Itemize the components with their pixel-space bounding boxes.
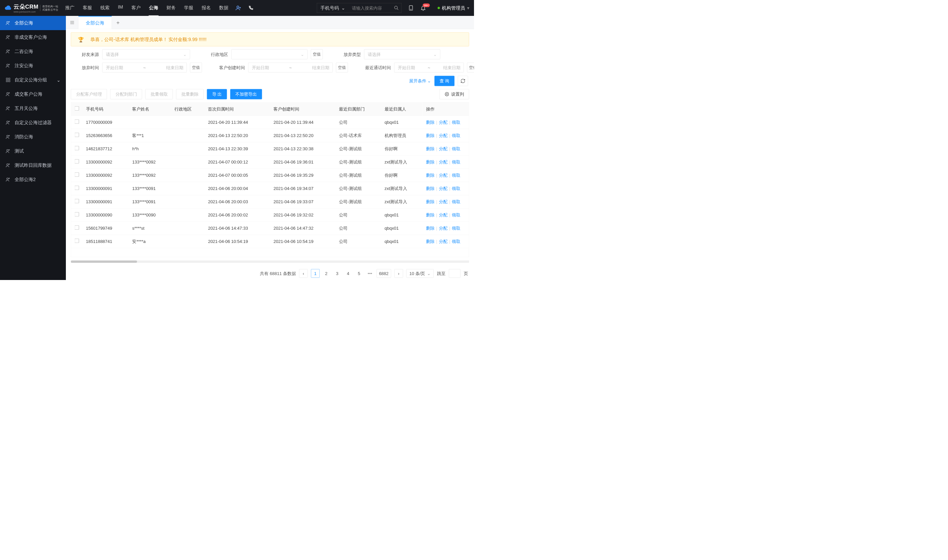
nav-item-公海[interactable]: 公海 [149, 0, 159, 16]
filter-abandon-time-empty[interactable]: 空值 [190, 63, 202, 72]
sidebar-item-3[interactable]: 注安公海 [0, 58, 66, 73]
search-type-select[interactable]: 手机号码 ⌄ [317, 3, 349, 13]
search-button[interactable] [392, 3, 402, 13]
row-assign-link[interactable]: 分配 [439, 212, 448, 217]
filter-create-time-empty[interactable]: 空值 [336, 63, 348, 72]
row-delete-link[interactable]: 删除 [426, 146, 435, 151]
pager-page-2[interactable]: 2 [322, 269, 331, 278]
sidebar-item-1[interactable]: 非成交客户公海 [0, 30, 66, 45]
search-input[interactable] [349, 3, 392, 13]
nav-item-客服[interactable]: 客服 [82, 0, 92, 16]
phone-icon[interactable] [248, 5, 254, 11]
nav-item-数据[interactable]: 数据 [219, 0, 229, 16]
nav-item-客户[interactable]: 客户 [131, 0, 141, 16]
filter-region-select[interactable]: ⌄ [231, 49, 308, 59]
filter-last-call-empty[interactable]: 空值 [467, 63, 474, 72]
row-delete-link[interactable]: 删除 [426, 239, 435, 244]
row-checkbox[interactable] [75, 186, 79, 190]
row-checkbox[interactable] [75, 146, 79, 150]
sidebar-item-6[interactable]: 五月天公海 [0, 101, 66, 115]
row-delete-link[interactable]: 删除 [426, 173, 435, 178]
sidebar-item-11[interactable]: 全部公海2 [0, 172, 66, 187]
row-claim-link[interactable]: 领取 [452, 133, 460, 138]
columns-settings-button[interactable]: 设置列 [440, 89, 469, 99]
nav-item-报名[interactable]: 报名 [201, 0, 211, 16]
sidebar-item-10[interactable]: 测试昨日回库数据 [0, 158, 66, 172]
row-delete-link[interactable]: 删除 [426, 212, 435, 217]
nav-item-IM[interactable]: IM [117, 0, 123, 16]
row-delete-link[interactable]: 删除 [426, 133, 435, 138]
pager-next[interactable]: › [394, 269, 403, 278]
row-assign-link[interactable]: 分配 [439, 226, 448, 231]
row-delete-link[interactable]: 删除 [426, 160, 435, 165]
nav-item-推广[interactable]: 推广 [65, 0, 75, 16]
row-claim-link[interactable]: 领取 [452, 146, 460, 151]
row-assign-link[interactable]: 分配 [439, 133, 448, 138]
pager-prev[interactable]: ‹ [299, 269, 308, 278]
row-claim-link[interactable]: 领取 [452, 120, 460, 125]
row-checkbox[interactable] [75, 225, 79, 230]
tab-add-button[interactable]: + [112, 16, 125, 29]
pager-jump-input[interactable] [449, 269, 460, 278]
refresh-button[interactable] [458, 76, 468, 86]
sidebar-item-4[interactable]: 自定义公海分组⌄ [0, 73, 66, 87]
batch-delete-button[interactable]: 批量删除 [176, 89, 203, 99]
filter-abandon-time-range[interactable]: 开始日期~结束日期 [102, 63, 187, 72]
assign-dept-button[interactable]: 分配到部门 [110, 89, 142, 99]
select-all-checkbox[interactable] [75, 106, 79, 111]
nav-item-财务[interactable]: 财务 [166, 0, 176, 16]
export-button[interactable]: 导 出 [207, 89, 227, 99]
row-claim-link[interactable]: 领取 [452, 226, 460, 231]
add-user-icon[interactable] [235, 5, 241, 11]
row-assign-link[interactable]: 分配 [439, 173, 448, 178]
pager-page-3[interactable]: 3 [333, 269, 342, 278]
pager-page-1[interactable]: 1 [311, 269, 320, 278]
row-assign-link[interactable]: 分配 [439, 199, 448, 204]
row-checkbox[interactable] [75, 120, 79, 124]
expand-filters-link[interactable]: 展开条件 ⌄ [409, 78, 431, 84]
nav-item-线索[interactable]: 线索 [100, 0, 110, 16]
row-checkbox[interactable] [75, 159, 79, 163]
pager-page-5[interactable]: 5 [355, 269, 363, 278]
tablet-icon[interactable] [408, 5, 414, 11]
pager-last[interactable]: 6882 [376, 269, 391, 278]
filter-region-empty[interactable]: 空值 [311, 49, 323, 59]
filter-last-call-range[interactable]: 开始日期~结束日期 [394, 63, 464, 72]
row-assign-link[interactable]: 分配 [439, 160, 448, 165]
nav-item-学服[interactable]: 学服 [184, 0, 194, 16]
row-claim-link[interactable]: 领取 [452, 160, 460, 165]
export-plain-button[interactable]: 不加密导出 [230, 89, 262, 99]
sidebar-item-9[interactable]: 测试 [0, 144, 66, 158]
row-claim-link[interactable]: 领取 [452, 212, 460, 217]
filter-source-select[interactable]: 请选择⌄ [102, 49, 190, 59]
row-delete-link[interactable]: 删除 [426, 186, 435, 191]
query-button[interactable]: 查 询 [434, 76, 454, 86]
tab-all-public-sea[interactable]: 全部公海 [78, 16, 112, 29]
user-menu[interactable]: 机构管理员 ▾ [438, 5, 469, 11]
assign-manager-button[interactable]: 分配客户经理 [71, 89, 107, 99]
row-checkbox[interactable] [75, 172, 79, 177]
row-checkbox[interactable] [75, 212, 79, 217]
notification-bell[interactable]: 99+ [420, 5, 426, 11]
filter-abandon-type-select[interactable]: 请选择⌄ [364, 49, 440, 59]
row-delete-link[interactable]: 删除 [426, 199, 435, 204]
sidebar-item-7[interactable]: 自定义公海过滤器 [0, 115, 66, 130]
row-claim-link[interactable]: 领取 [452, 199, 460, 204]
row-assign-link[interactable]: 分配 [439, 120, 448, 125]
horizontal-scrollbar[interactable] [71, 260, 469, 263]
row-claim-link[interactable]: 领取 [452, 186, 460, 191]
row-assign-link[interactable]: 分配 [439, 146, 448, 151]
filter-create-time-range[interactable]: 开始日期~结束日期 [248, 63, 332, 72]
row-checkbox[interactable] [75, 238, 79, 243]
sidebar-item-5[interactable]: 成交客户公海 [0, 87, 66, 101]
sidebar-item-8[interactable]: 消防公海 [0, 130, 66, 144]
row-assign-link[interactable]: 分配 [439, 239, 448, 244]
batch-claim-button[interactable]: 批量领取 [145, 89, 173, 99]
row-delete-link[interactable]: 删除 [426, 120, 435, 125]
sidebar-item-0[interactable]: 全部公海 [0, 16, 66, 30]
row-claim-link[interactable]: 领取 [452, 239, 460, 244]
row-claim-link[interactable]: 领取 [452, 173, 460, 178]
tabs-menu-button[interactable] [66, 16, 78, 29]
row-checkbox[interactable] [75, 133, 79, 137]
row-checkbox[interactable] [75, 199, 79, 203]
